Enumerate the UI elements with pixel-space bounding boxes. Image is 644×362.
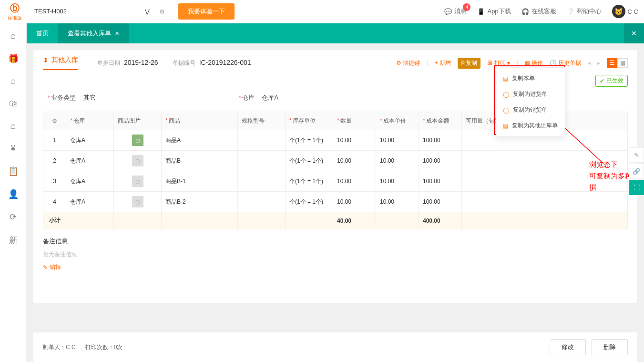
nav-next[interactable]: ▸	[597, 60, 600, 66]
doc-info: 单据日期2019-12-26 单据编号IC-20191226-001	[97, 59, 251, 67]
close-icon[interactable]: ✕	[115, 31, 119, 37]
chevron-down-icon: ▾	[507, 60, 510, 66]
doc-toolbar: ⬍ 其他入库 单据日期2019-12-26 单据编号IC-20191226-00…	[33, 50, 637, 70]
chevron-down-icon: ⋁	[145, 8, 150, 15]
user-menu[interactable]: 🐱 C C	[612, 5, 638, 18]
app-download-button[interactable]: 📱 App下载	[477, 7, 511, 16]
print-icon: 🖶	[487, 60, 493, 66]
gear-icon[interactable]: ⚙	[159, 8, 165, 15]
remarks-empty: 暂无备注信息	[43, 250, 628, 259]
product-image: ▢	[132, 134, 143, 146]
gear-icon: ⚙	[396, 60, 401, 66]
footer-info: 制单人：C C 打印次数：0次	[43, 343, 123, 352]
status-badge: ✔已生效	[595, 75, 628, 87]
gift-icon[interactable]: 🎁	[8, 53, 19, 64]
float-note-icon[interactable]: ✎	[629, 147, 644, 163]
store-name: TEST-H002	[34, 8, 67, 15]
print-button[interactable]: 🖶打印▾	[487, 59, 510, 67]
float-toolbar: ✎ 🔗 ⛶	[629, 147, 644, 195]
close-all-tabs[interactable]: ✕	[624, 23, 644, 43]
table-row[interactable]: 2 仓库A ▢ 商品B 个(1个 = 1个) 10.00 10.00 100.0…	[43, 151, 628, 171]
table-row[interactable]: 3 仓库A ▢ 商品B-1 个(1个 = 1个) 10.00 10.00 100…	[43, 171, 628, 192]
home-icon[interactable]: ⌂	[10, 31, 16, 41]
table-row[interactable]: 4 仓库A ▢ 商品B-2 个(1个 = 1个) 10.00 10.00 100…	[43, 192, 628, 212]
card-view-button[interactable]: ▦	[617, 58, 628, 68]
copy-purchase-item[interactable]: ◯复制为进货单	[496, 86, 565, 102]
tab-home[interactable]: 首页	[27, 23, 58, 43]
out-icon: ◯	[503, 107, 509, 114]
panel: ⬍ 其他入库 单据日期2019-12-26 单据编号IC-20191226-00…	[33, 50, 637, 303]
product-image: ▢	[132, 196, 143, 207]
copy-dropdown: ▤复制本单 ◯复制为进货单 ◯复制为销货单 ▤复制为其他出库单	[496, 67, 565, 137]
edit-icon: ✎	[43, 264, 48, 271]
headset-icon: 🎧	[521, 8, 529, 15]
profile-icon[interactable]: 👤	[8, 189, 19, 199]
copy-sales-item[interactable]: ◯复制为销货单	[496, 102, 565, 118]
tab-current[interactable]: 查看其他入库单 ✕	[58, 23, 129, 43]
logo: ⓑ 标准版	[6, 2, 24, 21]
new-button[interactable]: +新增	[435, 59, 451, 67]
history-button[interactable]: 🕓历史单据	[550, 59, 581, 67]
subtotal-row: 小计 40.00 400.00	[43, 212, 628, 229]
message-icon: 💬	[444, 8, 452, 15]
top-header: ⓑ 标准版 TEST-H002 ⋁ ⚙ 我要体验一下 💬 消息 4 📱 App下…	[0, 0, 644, 23]
copy-other-out-item[interactable]: ▤复制为其他出库单	[496, 118, 565, 134]
copy-icon: ⎘	[461, 60, 464, 66]
main: 首页 查看其他入库单 ✕ ✕ ⬍ 其他入库 单据日期2019-12-26 单据编…	[27, 23, 644, 362]
message-button[interactable]: 💬 消息 4	[444, 7, 467, 16]
chart-icon: ⬍	[43, 56, 49, 64]
remarks-section: 备注信息 暂无备注信息 ✎编辑	[33, 229, 637, 283]
other-icon: ▤	[503, 123, 508, 129]
sidebar: ⌂ 🎁 ⌂ 🛍 ⌂ ¥ 📋 👤 ⟳ 新	[0, 23, 27, 362]
check-icon: ✔	[600, 78, 604, 84]
clipboard-icon[interactable]: 📋	[8, 166, 19, 176]
float-link-icon[interactable]: 🔗	[629, 164, 644, 179]
logo-label: 标准版	[8, 15, 22, 21]
float-expand-icon[interactable]: ⛶	[629, 180, 644, 195]
online-service-button[interactable]: 🎧 在线客服	[521, 7, 556, 16]
content: ⬍ 其他入库 单据日期2019-12-26 单据编号IC-20191226-00…	[27, 43, 644, 362]
store-selector[interactable]: TEST-H002 ⋁	[32, 5, 152, 18]
view-toggle: ☰ ▦	[607, 58, 628, 68]
edit-remarks-button[interactable]: ✎编辑	[43, 263, 628, 271]
modify-button[interactable]: 修改	[550, 339, 586, 355]
logo-icon: ⓑ	[10, 2, 20, 15]
help-icon: ❔	[567, 8, 574, 15]
new-icon[interactable]: 新	[9, 235, 18, 246]
footer-buttons: 修改 删除	[550, 339, 628, 355]
product-image: ▢	[132, 155, 143, 166]
tabs-bar: 首页 查看其他入库单 ✕ ✕	[27, 23, 644, 43]
shortcut-button[interactable]: ⚙快捷键	[396, 59, 420, 67]
biz-type-field: *业务类型 其它	[48, 93, 96, 102]
mobile-icon: 📱	[477, 8, 485, 15]
copy-this-item[interactable]: ▤复制本单	[496, 71, 565, 86]
footer: 制单人：C C 打印次数：0次 修改 删除	[33, 332, 637, 362]
header-right: 💬 消息 4 📱 App下载 🎧 在线客服 ❔ 帮助中心 🐱 C C	[444, 5, 638, 18]
plus-icon: +	[435, 60, 438, 66]
help-center-button[interactable]: ❔ 帮助中心	[567, 7, 602, 16]
message-badge: 4	[463, 3, 470, 11]
history-icon: 🕓	[550, 60, 557, 66]
trial-button[interactable]: 我要体验一下	[178, 3, 235, 20]
delete-button[interactable]: 删除	[592, 339, 628, 355]
nav-prev[interactable]: ◂	[588, 60, 591, 66]
list-view-button[interactable]: ☰	[607, 58, 617, 68]
warehouse-field: *仓库 仓库A	[239, 93, 278, 102]
remarks-title: 备注信息	[43, 237, 628, 246]
building-icon[interactable]: ⌂	[10, 121, 16, 131]
gear-col[interactable]: ⚙	[43, 112, 66, 130]
product-image: ▢	[132, 176, 143, 187]
grid-icon: ▦	[525, 60, 530, 66]
avatar: 🐱	[612, 5, 625, 18]
operate-button[interactable]: ▦操作	[525, 59, 543, 67]
money-icon[interactable]: ¥	[10, 144, 15, 154]
in-icon: ◯	[503, 91, 509, 98]
refresh-icon[interactable]: ⟳	[10, 212, 17, 222]
copy-button[interactable]: ⎘复制	[458, 58, 480, 69]
doc-icon: ▤	[503, 75, 508, 82]
page-title-tab: ⬍ 其他入库	[43, 56, 78, 70]
house-icon[interactable]: ⌂	[10, 76, 16, 86]
bag-icon[interactable]: 🛍	[9, 99, 18, 109]
